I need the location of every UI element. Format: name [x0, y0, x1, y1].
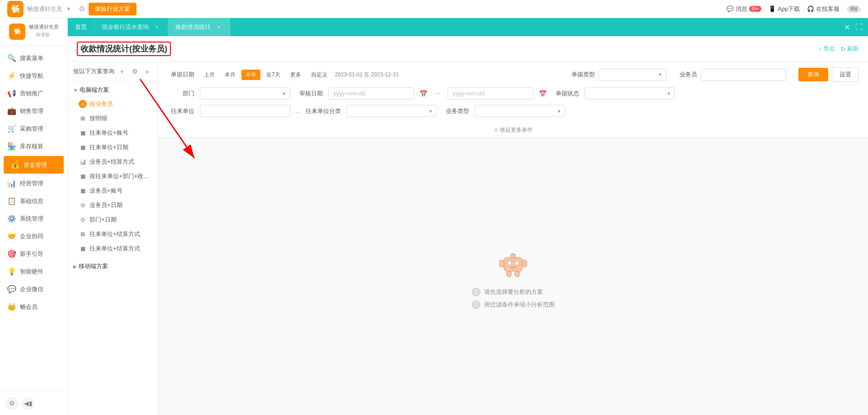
scheme-item-unit-settlement2[interactable]: ▦ 往来单位+结算方式 [68, 241, 158, 256]
audit-date-to-input[interactable] [448, 87, 533, 99]
scheme-item-unit-date[interactable]: ▦ 往来单位+日期 [68, 140, 158, 155]
sidebar-item-baseinfo[interactable]: 📋 基础信息 [0, 192, 67, 210]
sidebar-item-hardware[interactable]: 💡 智能硬件 [0, 263, 67, 280]
sidebar-bottom: ⚙ ◀▮ [0, 391, 67, 415]
settings-button[interactable]: 设置 [832, 67, 859, 82]
sidebar-item-member[interactable]: 👑 畅会员 [0, 298, 67, 316]
sidebar-item-operations[interactable]: 📊 经营管理 [0, 174, 67, 192]
trial-button[interactable]: 体验行业方案 [89, 3, 137, 15]
calendar-icon[interactable]: 📅 [539, 90, 547, 97]
grid-icon: ⊞ [79, 230, 87, 238]
tab-bank-flow[interactable]: 现金银行流水查询 × [94, 18, 168, 36]
date-tab-7days[interactable]: 近7天 [262, 70, 284, 80]
scheme-settings-button[interactable]: ⚙ [130, 66, 140, 76]
export-icon: ↑ [819, 46, 822, 52]
top-bar-right: 💬 消息 99+ 📱 App下载 🎧 在线客服 Rit [726, 5, 861, 13]
date-tab-more[interactable]: 更多 [286, 70, 305, 80]
doc-status-select[interactable] [585, 87, 675, 99]
scheme-group-desktop-title[interactable]: ▼ 电脑端方案 [68, 83, 158, 97]
refresh-button[interactable]: ↻ 刷新 [840, 45, 859, 53]
tab-bank-flow-close[interactable]: × [153, 24, 160, 31]
scheme-panel: 按以下方案查询 + ⚙ « [68, 62, 158, 415]
audit-date-label: 审核日期 [296, 90, 323, 98]
add-scheme-button[interactable]: + [117, 66, 127, 76]
top-bar: 畅 畅捷通好生意 ▼ ⚙ 体验行业方案 💬 消息 99+ 📱 App下载 🎧 在… [0, 0, 868, 18]
tab-collections[interactable]: 收款情况统计 × [168, 18, 230, 36]
scheme-item-label: 往来单位+结算方式 [90, 230, 140, 238]
app-name: 畅捷通好生意 [27, 5, 62, 13]
tab-home[interactable]: 首页 [68, 18, 94, 36]
doc-type-select[interactable] [599, 69, 666, 81]
sidebar-item-purchase[interactable]: 🛒 采购管理 [0, 120, 67, 137]
close-window-button[interactable]: ✕ [844, 23, 850, 32]
sidebar-item-label: 营销推广 [20, 90, 43, 98]
query-button[interactable]: 查询 [798, 68, 828, 81]
scheme-item-salesperson-date[interactable]: ⊙ 业务员+日期 [68, 198, 158, 212]
page-title-suffix: (按业务员) [129, 44, 167, 53]
scheme-item-by-detail[interactable]: ⊞ 按明细 [68, 111, 158, 126]
messages-badge: 99+ [749, 6, 761, 12]
scheme-item-dept-date[interactable]: ⊙ 部门+日期 [68, 212, 158, 227]
scheme-item-salesperson-settlement[interactable]: 📊 业务员+结算方式 [68, 155, 158, 169]
sidebar-item-guide[interactable]: 🎯 新手引导 [0, 245, 67, 263]
sidebar-item-sales[interactable]: 💼 销售管理 [0, 102, 67, 120]
chevron-down-icon[interactable]: ▼ [66, 6, 71, 12]
maximize-button[interactable]: ⛶ [855, 23, 863, 31]
date-tab-this-year[interactable]: 本年 [241, 70, 260, 80]
sidebar-item-search[interactable]: 🔍 搜索菜单 [0, 49, 67, 67]
scheme-group-mobile: ▶ 移动端方案 [68, 258, 158, 275]
settings-bottom-button[interactable]: ⚙ [5, 397, 18, 410]
export-button[interactable]: ↑ 导出 [819, 45, 835, 53]
scheme-item-unit-settlement1[interactable]: ⊞ 往来单位+结算方式 [68, 227, 158, 241]
partner-category-select[interactable] [346, 105, 437, 117]
sidebar-item-label: 智能硬件 [20, 268, 43, 276]
tip-text-2: 用过滤条件来缩小分析范围 [484, 301, 555, 309]
partner-input[interactable] [200, 105, 290, 117]
collapse-scheme-button[interactable]: « [142, 66, 152, 76]
calendar-icon[interactable]: 📅 [420, 90, 427, 97]
date-tab-this-month[interactable]: 本月 [221, 70, 240, 80]
scheme-item-unit-dept-collect[interactable]: ▦ 按往来单位+部门+收... [68, 169, 158, 184]
date-tab-custom[interactable]: 自定义 [307, 70, 331, 80]
scheme-item-salesperson-account[interactable]: ▦ 业务员+账号 [68, 184, 158, 198]
logo-mark: 畅 [9, 24, 25, 40]
dept-select[interactable] [200, 87, 290, 99]
gear-icon[interactable]: ⚙ [79, 5, 85, 13]
tab-collections-close[interactable]: × [215, 24, 222, 31]
sidebar-item-quicknav[interactable]: ⚡ 快捷导航 [0, 67, 67, 85]
top-bar-left: 畅 畅捷通好生意 ▼ ⚙ 体验行业方案 [7, 1, 137, 17]
sidebar-item-marketing[interactable]: 📢 营销推广 [0, 85, 67, 102]
biz-type-select[interactable] [475, 105, 565, 117]
scheme-panel-actions: + ⚙ « [117, 66, 152, 76]
salesperson-input[interactable] [701, 69, 787, 81]
messages-button[interactable]: 💬 消息 99+ [726, 5, 761, 13]
user-avatar[interactable]: Rit [847, 5, 861, 13]
sidebar-item-finance[interactable]: 💰 资金管理 [4, 156, 64, 174]
sidebar-item-wechat[interactable]: 💬 企业微信 [0, 280, 67, 298]
message-icon: 💬 [726, 5, 734, 12]
filter-row-2: 部门 ▼ 审核日期 📅 — [167, 87, 859, 99]
collapse-more-button[interactable]: ∧ 收起更多条件 [167, 123, 859, 137]
date-tab-last-month[interactable]: 上月 [200, 70, 219, 80]
scheme-item-unit-account[interactable]: ▦ 往来单位+账号 [68, 126, 158, 140]
salesperson-more-button[interactable]: ... [790, 71, 795, 78]
content-area: 首页 现金银行流水查询 × 收款情况统计 × ✕ ⛶ [68, 18, 868, 415]
app-download-button[interactable]: 📱 App下载 [769, 5, 800, 13]
svg-rect-1 [508, 261, 511, 265]
partner-more-button[interactable]: ... [296, 108, 300, 114]
scheme-group-mobile-title[interactable]: ▶ 移动端方案 [68, 259, 158, 273]
expand-arrow-icon: ▶ [73, 264, 77, 269]
date-range-display: 2023-01-01 至 2023-12-31 [335, 71, 399, 79]
collapse-sidebar-button[interactable]: ◀▮ [22, 397, 34, 410]
audit-date-from-input[interactable] [328, 87, 414, 99]
sidebar-item-inventory[interactable]: 🏪 库存核算 [0, 137, 67, 155]
page-title-text: 收款情况统计 [80, 44, 129, 53]
scheme-item-label: 按业务员 [90, 100, 113, 108]
online-support-button[interactable]: 🎧 在线客服 [807, 5, 840, 13]
sidebar-item-cooperation[interactable]: 🤝 企业协同 [0, 227, 67, 245]
scheme-item-label: 业务员+结算方式 [90, 158, 134, 166]
scheme-item-by-salesperson[interactable]: ⊙ 按业务员 [68, 97, 158, 111]
search-icon: 🔍 [7, 54, 16, 62]
sidebar-item-system[interactable]: ⚙️ 系统管理 [0, 210, 67, 227]
sidebar-item-label: 库存核算 [20, 142, 43, 151]
